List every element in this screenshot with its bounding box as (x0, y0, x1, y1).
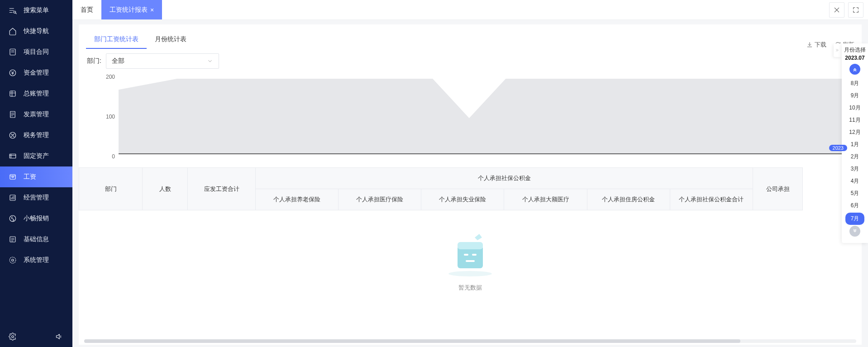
month-option[interactable]: 2月 (844, 151, 866, 163)
sidebar-item-label: 税务管理 (24, 131, 49, 139)
salary-icon (8, 172, 17, 181)
month-panel-toggle[interactable] (834, 43, 842, 57)
sidebar-item-label: 系统管理 (24, 256, 49, 264)
sidebar-item-4[interactable]: 总账管理 (0, 83, 72, 104)
chart-plot (119, 77, 849, 155)
month-scroll-up-icon[interactable] (849, 64, 860, 75)
month-option[interactable]: 9月 (844, 90, 866, 102)
speaker-collapse-icon[interactable] (55, 332, 64, 341)
sidebar-item-label: 搜索菜单 (24, 6, 49, 14)
svg-point-30 (10, 257, 16, 263)
sidebar-item-label: 小畅报销 (24, 214, 49, 223)
sidebar-item-8[interactable]: 工资 (0, 166, 72, 187)
table-wrap: 部门 人数 应发工资合计 个人承担社保公积金 公司承担 个人承担养老保险 个人承… (79, 167, 862, 345)
chart-area: 200 100 0 (87, 73, 854, 164)
table-scroll[interactable]: 部门 人数 应发工资合计 个人承担社保公积金 公司承担 个人承担养老保险 个人承… (79, 167, 862, 345)
svg-point-29 (12, 259, 14, 261)
sidebar-item-12[interactable]: 系统管理 (0, 250, 72, 271)
department-select[interactable]: 全部 (106, 53, 219, 69)
download-button[interactable]: 下载 (806, 41, 826, 49)
tab-salary-report[interactable]: 工资统计报表 × (101, 0, 162, 19)
svg-rect-40 (464, 254, 468, 256)
data-table: 部门 人数 应发工资合计 个人承担社保公积金 公司承担 个人承担养老保险 个人承… (79, 167, 803, 210)
sidebar-item-11[interactable]: 基础信息 (0, 229, 72, 250)
month-option[interactable]: 11月 (844, 114, 866, 126)
sidebar-item-1[interactable]: 快捷导航 (0, 21, 72, 42)
month-option[interactable]: 4月 (844, 175, 866, 187)
svg-rect-42 (466, 260, 475, 262)
close-all-tabs-icon[interactable] (829, 2, 844, 18)
month-option[interactable]: 3月 (844, 163, 866, 175)
month-option[interactable]: 8月 (844, 77, 866, 90)
horizontal-scrollbar-thumb[interactable] (84, 339, 740, 343)
sidebar-item-0[interactable]: 搜索菜单 (0, 0, 72, 21)
tab-salary-report-label: 工资统计报表 (110, 6, 148, 14)
month-scroll-down-icon[interactable] (849, 226, 860, 237)
info-icon (8, 235, 17, 244)
inner-tab-dept[interactable]: 部门工资统计表 (86, 31, 147, 49)
y-tick-200: 200 (106, 74, 115, 80)
sidebar-item-10[interactable]: 小畅报销 (0, 208, 72, 229)
sidebar-item-9[interactable]: 经营管理 (0, 187, 72, 208)
invoice-icon (8, 110, 17, 119)
sidebar-item-3[interactable]: 资金管理 (0, 62, 72, 83)
sidebar-item-label: 总账管理 (24, 90, 49, 98)
sidebar-item-2[interactable]: 项目合同 (0, 42, 72, 62)
tax-icon (8, 131, 17, 140)
home-icon (8, 27, 17, 36)
close-icon[interactable]: × (150, 6, 154, 14)
sidebar-item-label: 快捷导航 (24, 27, 49, 35)
chart-y-axis: 200 100 0 (87, 73, 119, 164)
month-option[interactable]: 5月 (844, 187, 866, 200)
sidebar-item-label: 项目合同 (24, 48, 49, 56)
sidebar-item-label: 经营管理 (24, 194, 49, 202)
svg-marker-32 (57, 334, 60, 339)
y-tick-0: 0 (112, 153, 115, 160)
y-tick-100: 100 (106, 114, 115, 120)
contract-icon (8, 48, 17, 57)
money-icon (8, 68, 17, 77)
svg-point-31 (12, 336, 14, 338)
tab-home[interactable]: 首页 (72, 0, 101, 19)
chevron-down-icon (207, 58, 213, 64)
sidebar-item-label: 固定资产 (24, 152, 49, 160)
th-medical: 个人承担医疗保险 (339, 189, 421, 210)
empty-text: 暂无数据 (79, 284, 862, 292)
download-label: 下载 (815, 41, 826, 49)
sidebar-item-label: 发票管理 (24, 110, 49, 119)
reimburse-icon (8, 214, 17, 223)
tabs-right-actions (829, 0, 868, 19)
month-panel: 月份选择 2023.07 8月9月10月11月12月1月2月3月4月5月6月7月 (842, 43, 868, 243)
svg-point-18 (12, 176, 14, 178)
th-count: 人数 (143, 168, 188, 210)
year-badge: 2023 (829, 145, 847, 151)
month-option[interactable]: 10月 (844, 102, 866, 114)
tab-home-label: 首页 (81, 6, 93, 14)
department-select-value: 全部 (112, 57, 124, 65)
empty-illustration-icon (443, 228, 497, 278)
sidebar-item-7[interactable]: 固定资产 (0, 146, 72, 166)
sidebar-footer (0, 326, 72, 347)
svg-point-37 (448, 271, 492, 276)
svg-rect-17 (10, 175, 15, 180)
search-list-icon (8, 6, 17, 15)
fullscreen-icon[interactable] (848, 2, 863, 18)
th-personal-total: 个人承担社保公积金合计 (670, 189, 753, 210)
svg-rect-6 (10, 91, 15, 96)
gear-icon[interactable] (8, 332, 17, 341)
sidebar-item-6[interactable]: 税务管理 (0, 125, 72, 146)
th-dept: 部门 (79, 168, 143, 210)
inner-tabs: 部门工资统计表 月份统计表 下载 刷新 (79, 24, 862, 49)
month-option[interactable]: 7月 (845, 213, 864, 225)
th-unemployment: 个人承担失业保险 (421, 189, 504, 210)
month-list: 8月9月10月11月12月1月2月3月4月5月6月7月 (844, 77, 866, 225)
th-pension: 个人承担养老保险 (256, 189, 339, 210)
month-option[interactable]: 12月 (844, 126, 866, 138)
inner-tab-month[interactable]: 月份统计表 (147, 31, 195, 49)
main-area: 首页 工资统计报表 × 部门工资统计表 月份统计表 下载 (72, 0, 868, 347)
svg-rect-14 (10, 154, 16, 158)
sidebar-item-5[interactable]: 发票管理 (0, 104, 72, 125)
month-option[interactable]: 6月 (844, 200, 866, 212)
horizontal-scrollbar[interactable] (84, 339, 856, 343)
th-group-personal: 个人承担社保公积金 (256, 168, 753, 189)
